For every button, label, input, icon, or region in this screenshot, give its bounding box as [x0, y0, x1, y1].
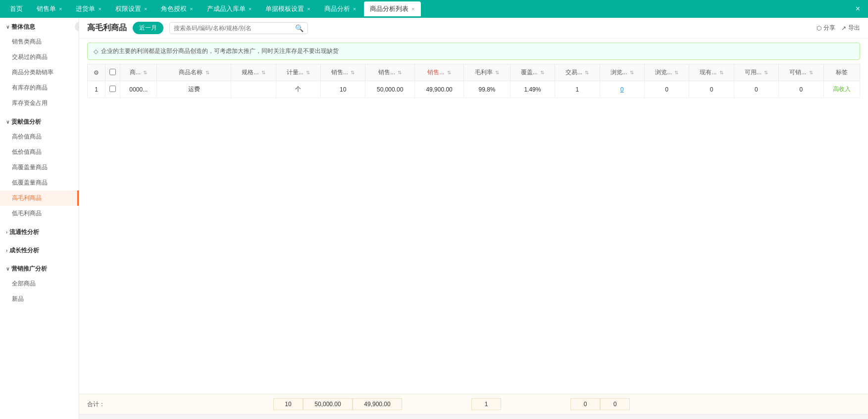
close-template-tab[interactable]: × [307, 6, 310, 12]
close-product-analysis-list-tab[interactable]: × [411, 6, 414, 12]
bottom-scrollbar[interactable] [79, 414, 868, 419]
row-spec [231, 81, 276, 98]
col-spec[interactable]: 规格... ⇅ [231, 64, 276, 81]
nav-tab-home[interactable]: 首页 [4, 1, 29, 16]
col-current-stock[interactable]: 现有... ⇅ [689, 64, 734, 81]
sidebar-item-stocked-goods[interactable]: 有库存的商品 [0, 80, 79, 95]
sidebar-item-high-coverage[interactable]: 高覆盖量商品 [0, 160, 79, 175]
share-button[interactable]: ⬡ 分享 [817, 24, 835, 32]
overall-arrow-icon: ∨ [6, 24, 9, 30]
nav-tab-purchase[interactable]: 进货单 × [70, 1, 107, 16]
sidebar-group-growth-title[interactable]: › 成长性分析 [0, 243, 79, 258]
search-input[interactable] [174, 25, 293, 32]
col-code[interactable]: 商... ⇅ [120, 64, 157, 81]
row-tag: 高收入 [823, 81, 860, 98]
col-view1[interactable]: 浏览... ⇅ [600, 64, 644, 81]
sidebar-item-high-margin[interactable]: 高毛利商品 [0, 190, 79, 206]
nav-tab-product-analysis[interactable]: 商品分析 × [318, 1, 362, 16]
nav-tab-finished-goods[interactable]: 产成品入库单 × [201, 1, 257, 16]
table-wrapper[interactable]: ⚙ 商... ⇅ 商品名称 ⇅ [79, 64, 868, 394]
sidebar-item-stock-capital[interactable]: 库存资金占用 [0, 95, 79, 111]
settings-icon[interactable]: ⚙ [94, 69, 99, 76]
sidebar-item-new-goods[interactable]: 新品 [0, 291, 79, 307]
row-sales-amount: 50,000.00 [365, 81, 414, 98]
sort-sellable-icon[interactable]: ⇅ [809, 70, 813, 75]
sort-available-icon[interactable]: ⇅ [764, 70, 768, 75]
col-sellable[interactable]: 可销... ⇅ [779, 64, 823, 81]
footer-cell-sales-amount: 50,000.00 [303, 398, 353, 410]
sidebar-item-low-value[interactable]: 低价值商品 [0, 144, 79, 160]
sidebar-item-traded-goods[interactable]: 交易过的商品 [0, 49, 79, 65]
close-permissions-tab[interactable]: × [144, 6, 147, 12]
sidebar-group-growth: › 成长性分析 [0, 241, 79, 260]
row-view1[interactable]: 0 [600, 81, 644, 98]
footer-cell-empty3 [501, 398, 536, 410]
close-roles-tab[interactable]: × [190, 6, 193, 12]
sidebar-item-low-margin[interactable]: 低毛利商品 [0, 206, 79, 221]
col-checkbox[interactable] [105, 64, 120, 81]
col-coverage[interactable]: 覆盖... ⇅ [510, 64, 555, 81]
nav-tab-permissions[interactable]: 权限设置 × [109, 1, 153, 16]
info-diamond-icon: ◇ [94, 48, 98, 55]
footer-cell-current-stock: 0 [570, 398, 600, 410]
select-all-checkbox[interactable] [109, 69, 116, 75]
col-sales-profit[interactable]: 销售... ⇅ [414, 64, 463, 81]
col-sales-qty[interactable]: 销售... ⇅ [321, 64, 365, 81]
sort-sales-amount-icon[interactable]: ⇅ [398, 70, 402, 75]
col-view2[interactable]: 浏览... ⇅ [644, 64, 689, 81]
row-available: 0 [734, 81, 778, 98]
sort-coverage-icon[interactable]: ⇅ [540, 70, 544, 75]
row-checkbox[interactable] [105, 81, 120, 98]
sidebar-item-high-value[interactable]: 高价值商品 [0, 129, 79, 144]
time-filter-recent-month[interactable]: 近一月 [133, 22, 163, 34]
sort-gross-margin-icon[interactable]: ⇅ [495, 70, 499, 75]
close-product-analysis-tab[interactable]: × [353, 6, 356, 12]
sidebar-group-contribution-title[interactable]: ∨ 贡献值分析 [0, 115, 79, 129]
sort-code-icon[interactable]: ⇅ [143, 70, 147, 75]
sort-spec-icon[interactable]: ⇅ [261, 70, 265, 75]
sidebar-group-liquidity-title[interactable]: › 流通性分析 [0, 225, 79, 239]
sidebar: « ∨ 整体信息 销售类商品 交易过的商品 商品分类助销率 有库存的商品 库存资… [0, 18, 79, 419]
nav-tab-sales[interactable]: 销售单 × [31, 1, 68, 16]
close-purchase-tab[interactable]: × [98, 6, 101, 12]
sort-view2-icon[interactable]: ⇅ [674, 70, 678, 75]
sidebar-group-marketing-title[interactable]: ∨ 营销推广分析 [0, 262, 79, 276]
row-current-stock: 0 [689, 81, 734, 98]
sort-sales-qty-icon[interactable]: ⇅ [351, 70, 355, 75]
col-available[interactable]: 可用... ⇅ [734, 64, 778, 81]
col-trade-count[interactable]: 交易... ⇅ [555, 64, 600, 81]
nav-tab-template[interactable]: 单据模板设置 × [259, 1, 316, 16]
footer-cell-sales-profit: 49,900.00 [353, 398, 402, 410]
col-name[interactable]: 商品名称 ⇅ [157, 64, 231, 81]
top-navigation: 首页 销售单 × 进货单 × 权限设置 × 角色授权 × 产成品入库单 × 单据… [0, 0, 868, 18]
row-name[interactable]: 运费 [157, 81, 231, 98]
col-sales-amount[interactable]: 销售... ⇅ [365, 64, 414, 81]
row-view2: 0 [644, 81, 689, 98]
export-icon: ↗ [841, 25, 846, 32]
sidebar-item-low-coverage[interactable]: 低覆盖量商品 [0, 175, 79, 190]
col-unit[interactable]: 计量... ⇅ [276, 64, 320, 81]
close-finished-goods-tab[interactable]: × [249, 6, 252, 12]
sidebar-group-overall-title[interactable]: ∨ 整体信息 [0, 20, 79, 34]
sort-name-icon[interactable]: ⇅ [205, 70, 209, 75]
search-icon[interactable]: 🔍 [295, 24, 304, 32]
sort-sales-profit-icon[interactable]: ⇅ [447, 70, 451, 75]
sort-unit-icon[interactable]: ⇅ [306, 70, 310, 75]
sidebar-item-category-rate[interactable]: 商品分类助销率 [0, 65, 79, 80]
export-button[interactable]: ↗ 导出 [841, 24, 860, 32]
sidebar-item-sales-goods[interactable]: 销售类商品 [0, 34, 79, 49]
col-settings[interactable]: ⚙ [88, 64, 105, 81]
close-all-tabs-button[interactable]: × [852, 4, 864, 13]
row-sales-profit: 49,900.00 [414, 81, 463, 98]
sort-current-stock-icon[interactable]: ⇅ [719, 70, 723, 75]
sort-trade-count-icon[interactable]: ⇅ [585, 70, 589, 75]
nav-tab-product-analysis-list[interactable]: 商品分析列表 × [364, 1, 420, 16]
sidebar-group-marketing: ∨ 营销推广分析 全部商品 新品 [0, 260, 79, 309]
close-sales-tab[interactable]: × [59, 6, 62, 12]
nav-tab-roles[interactable]: 角色授权 × [155, 1, 199, 16]
col-gross-margin[interactable]: 毛利率 ⇅ [464, 64, 510, 81]
row-code[interactable]: 0000... [120, 81, 157, 98]
row-select-checkbox[interactable] [109, 86, 116, 92]
sidebar-item-all-goods[interactable]: 全部商品 [0, 276, 79, 291]
sort-view1-icon[interactable]: ⇅ [630, 70, 634, 75]
